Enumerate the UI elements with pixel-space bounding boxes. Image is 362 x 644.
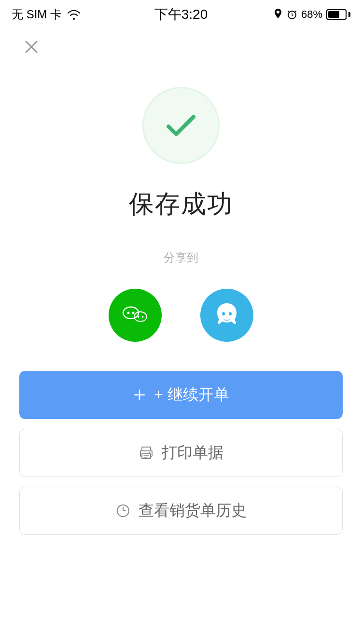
share-divider: 分享到 — [0, 250, 362, 266]
battery-text: 68% — [301, 8, 322, 21]
status-right: 68% — [273, 8, 350, 21]
wechat-icon-svg — [118, 298, 152, 332]
svg-point-5 — [132, 312, 135, 314]
wechat-share-button[interactable] — [109, 289, 162, 342]
svg-point-7 — [138, 316, 139, 318]
status-time: 下午3:20 — [154, 5, 208, 24]
svg-point-10 — [229, 312, 232, 316]
checkmark-icon — [162, 106, 200, 145]
printer-icon — [139, 445, 154, 461]
divider-line-left — [19, 258, 152, 258]
continue-label: + 继续开单 — [154, 384, 229, 406]
share-label: 分享到 — [152, 250, 210, 266]
history-label: 查看销货单历史 — [139, 500, 247, 521]
status-left: 无 SIM 卡 — [12, 7, 81, 22]
main-content: 保存成功 分享到 — [0, 29, 362, 535]
svg-rect-14 — [142, 454, 151, 459]
svg-point-17 — [149, 452, 151, 454]
qq-share-button[interactable] — [200, 289, 253, 342]
carrier-text: 无 SIM 卡 — [12, 7, 62, 22]
svg-point-4 — [127, 312, 130, 314]
buttons-section: + 继续开单 打印单据 — [0, 371, 362, 535]
location-icon — [273, 9, 283, 20]
continue-button[interactable]: + 继续开单 — [19, 371, 343, 419]
history-button[interactable]: 查看销货单历史 — [19, 487, 343, 535]
plus-icon — [133, 388, 146, 402]
svg-rect-13 — [142, 447, 151, 451]
success-icon-circle — [142, 87, 220, 164]
svg-point-8 — [142, 316, 144, 318]
divider-line-right — [210, 258, 343, 258]
success-title: 保存成功 — [129, 187, 233, 221]
wifi-icon — [67, 9, 81, 20]
print-button[interactable]: 打印单据 — [19, 429, 343, 477]
qq-icon-svg — [210, 298, 244, 332]
battery-indicator — [326, 9, 350, 20]
status-bar: 无 SIM 卡 下午3:20 68% — [0, 0, 362, 29]
share-icons — [109, 289, 253, 342]
history-icon — [115, 503, 131, 518]
svg-point-9 — [222, 312, 225, 316]
share-section: 分享到 — [0, 250, 362, 342]
alarm-icon — [287, 9, 297, 20]
print-label: 打印单据 — [162, 442, 223, 463]
close-button[interactable] — [19, 35, 43, 59]
